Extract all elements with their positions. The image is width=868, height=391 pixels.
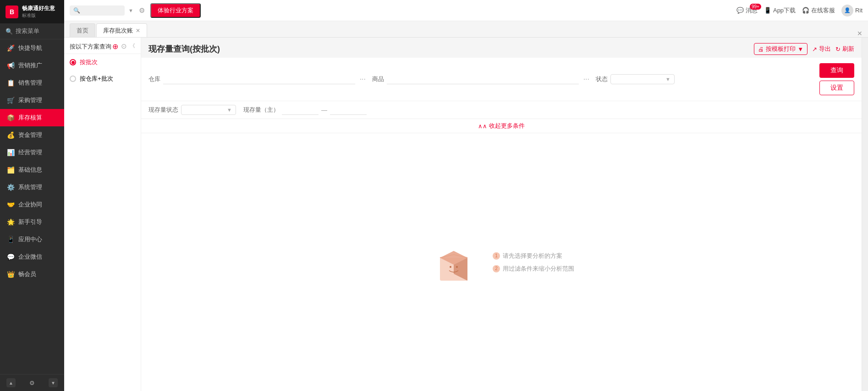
filter-scheme-warehouse-batch-label: 按仓库+批次 bbox=[80, 75, 113, 83]
apps-icon: 📱 bbox=[6, 235, 15, 244]
topbar: 🔍 ▼ ⚙ 体验行业方案 💬 消息 99+ 📱 App下载 🎧 在线客服 👤 bbox=[64, 0, 868, 21]
right-scrollbar[interactable] bbox=[862, 38, 868, 391]
empty-tip-2: 2 用过滤条件来缩小分析范围 bbox=[493, 265, 574, 273]
export-button[interactable]: ↗ 导出 bbox=[812, 45, 831, 53]
inventory-status-label: 现存量状态 bbox=[148, 106, 178, 114]
online-support-button[interactable]: 🎧 在线客服 bbox=[802, 6, 835, 15]
sales-icon: 📋 bbox=[6, 79, 15, 87]
sidebar-item-sales[interactable]: 📋 销售管理 bbox=[0, 74, 64, 92]
warehouse-input[interactable] bbox=[163, 74, 355, 84]
company-name: 畅康通好生意 bbox=[22, 5, 55, 12]
operations-icon: 📊 bbox=[6, 148, 15, 157]
qty-main-to[interactable] bbox=[330, 105, 367, 115]
search-menu-label: 搜索菜单 bbox=[16, 27, 39, 35]
sidebar-item-finance[interactable]: 💰 资金管理 bbox=[0, 126, 64, 144]
warehouse-dots[interactable]: ··· bbox=[358, 75, 368, 83]
action-buttons: 查询 设置 bbox=[819, 63, 854, 95]
print-label: 按模板打印 bbox=[766, 45, 796, 53]
scroll-down-button[interactable]: ▼ bbox=[49, 378, 58, 387]
sidebar-item-basic[interactable]: 🗂️ 基础信息 bbox=[0, 161, 64, 179]
messages-badge: 99+ bbox=[750, 4, 761, 10]
refresh-button[interactable]: ↻ 刷新 bbox=[835, 45, 854, 53]
content-area: 按以下方案查询 ⊕ ⊙ 《 按批次 按仓库+批次 现存量查询(按批次) bbox=[64, 38, 868, 391]
shortcuts-icon: 🚀 bbox=[6, 44, 15, 52]
system-icon: ⚙️ bbox=[6, 183, 15, 191]
scroll-up-button[interactable]: ▲ bbox=[6, 378, 16, 387]
topbar-right: 💬 消息 99+ 📱 App下载 🎧 在线客服 👤 Rit bbox=[736, 5, 863, 16]
sidebar-item-inventory[interactable]: 📦 库存核算 bbox=[0, 109, 64, 126]
settings-gear-icon[interactable]: ⚙ bbox=[29, 380, 35, 386]
qty-main-field: 现存量（主） — bbox=[243, 105, 367, 115]
trial-button[interactable]: 体验行业方案 bbox=[150, 3, 201, 18]
refresh-icon: ↻ bbox=[835, 46, 841, 53]
headset-icon: 🎧 bbox=[802, 7, 809, 14]
sidebar-item-label-enterprise: 企业协同 bbox=[18, 201, 42, 209]
empty-state: 1 请先选择要分析的方案 2 用过滤条件来缩小分析范围 bbox=[141, 133, 862, 391]
sidebar-item-marketing[interactable]: 📢 营销推广 bbox=[0, 57, 64, 74]
goods-dots[interactable]: ··· bbox=[582, 75, 591, 83]
empty-svg-icon bbox=[429, 237, 479, 288]
query-area: 现存量查询(按批次) 🖨 按模板打印 ▼ ↗ 导出 ↻ 刷新 bbox=[141, 38, 862, 391]
filter-scheme-warehouse-batch[interactable]: 按仓库+批次 bbox=[64, 71, 141, 87]
empty-tip-1-label: 请先选择要分析的方案 bbox=[503, 252, 562, 260]
status-select[interactable]: ▼ bbox=[610, 74, 675, 84]
filter-scheme-batch[interactable]: 按批次 bbox=[64, 54, 141, 71]
tip-num-2: 2 bbox=[493, 265, 500, 272]
sidebar-item-newbie[interactable]: 🌟 新手引导 bbox=[0, 213, 64, 231]
filter-collapse-icon[interactable]: 《 bbox=[130, 42, 135, 51]
filter-radio-batch bbox=[70, 59, 76, 65]
print-chevron-icon[interactable]: ▼ bbox=[797, 46, 803, 53]
goods-field: 商品 ··· bbox=[372, 74, 591, 84]
filter-panel-header: 按以下方案查询 ⊕ ⊙ 《 bbox=[64, 38, 141, 54]
page-actions: 🖨 按模板打印 ▼ ↗ 导出 ↻ 刷新 bbox=[754, 43, 854, 55]
collapse-row[interactable]: ∧∧ 收起更多条件 bbox=[141, 119, 862, 133]
svg-point-5 bbox=[450, 266, 451, 268]
settings-button[interactable]: 设置 bbox=[819, 81, 854, 95]
print-button[interactable]: 🖨 按模板打印 ▼ bbox=[754, 43, 808, 55]
tab-inventory-batch-label: 库存批次账 bbox=[103, 27, 133, 35]
app-download-button[interactable]: 📱 App下载 bbox=[764, 6, 796, 15]
sidebar-item-operations[interactable]: 📊 经营管理 bbox=[0, 144, 64, 161]
sidebar-item-apps[interactable]: 📱 应用中心 bbox=[0, 231, 64, 248]
tab-home[interactable]: 首页 bbox=[70, 23, 95, 37]
collapse-label: 收起更多条件 bbox=[489, 122, 525, 130]
newbie-icon: 🌟 bbox=[6, 218, 15, 226]
purchase-icon: 🛒 bbox=[6, 96, 15, 104]
goods-input[interactable] bbox=[387, 74, 579, 84]
sidebar-nav: 🚀 快捷导航 📢 营销推广 📋 销售管理 🛒 采购管理 📦 库存核算 💰 资金管… bbox=[0, 39, 64, 374]
sidebar-item-shortcuts[interactable]: 🚀 快捷导航 bbox=[0, 39, 64, 57]
sidebar-item-wechat[interactable]: 💬 企业微信 bbox=[0, 248, 64, 266]
filter-add-button[interactable]: ⊕ bbox=[112, 42, 118, 51]
query-button[interactable]: 查询 bbox=[819, 63, 854, 78]
sidebar-footer: ▲ ⚙ ▼ bbox=[0, 374, 64, 391]
topbar-gear-icon[interactable]: ⚙ bbox=[137, 5, 147, 16]
empty-tip-2-label: 用过滤条件来缩小分析范围 bbox=[503, 265, 574, 273]
goods-label: 商品 bbox=[372, 75, 384, 83]
tab-close-icon[interactable]: ✕ bbox=[136, 27, 140, 34]
panel-close-button[interactable]: ✕ bbox=[857, 30, 863, 37]
inventory-status-select[interactable]: ▼ bbox=[181, 105, 236, 115]
user-avatar[interactable]: 👤 Rit bbox=[841, 5, 863, 16]
sidebar-item-vip[interactable]: 👑 畅会员 bbox=[0, 266, 64, 283]
filter-gear-icon[interactable]: ⊙ bbox=[121, 42, 127, 51]
topbar-chevron-icon[interactable]: ▼ bbox=[128, 8, 133, 13]
empty-tips: 1 请先选择要分析的方案 2 用过滤条件来缩小分析范围 bbox=[493, 252, 574, 273]
sidebar-item-enterprise[interactable]: 🤝 企业协同 bbox=[0, 196, 64, 213]
search-menu-item[interactable]: 🔍 搜索菜单 bbox=[0, 23, 64, 39]
user-name: Rit bbox=[855, 7, 863, 14]
sidebar-item-label-system: 系统管理 bbox=[18, 183, 42, 191]
sidebar-item-purchase[interactable]: 🛒 采购管理 bbox=[0, 92, 64, 109]
status-chevron-icon: ▼ bbox=[665, 76, 670, 82]
sidebar: B 畅康通好生意 标准版 🔍 搜索菜单 🚀 快捷导航 📢 营销推广 📋 销售管理… bbox=[0, 0, 64, 391]
sidebar-item-label-vip: 畅会员 bbox=[18, 270, 36, 278]
online-support-label: 在线客服 bbox=[811, 6, 835, 15]
sidebar-item-label-operations: 经营管理 bbox=[18, 148, 42, 157]
messages-button[interactable]: 💬 消息 99+ bbox=[736, 6, 758, 15]
inventory-icon: 📦 bbox=[6, 114, 15, 122]
basic-icon: 🗂️ bbox=[6, 166, 15, 174]
qty-main-from[interactable] bbox=[282, 105, 319, 115]
tab-inventory-batch[interactable]: 库存批次账 ✕ bbox=[96, 23, 147, 37]
sidebar-item-label-marketing: 营销推广 bbox=[18, 61, 42, 70]
sidebar-item-system[interactable]: ⚙️ 系统管理 bbox=[0, 179, 64, 196]
topbar-search-box[interactable]: 🔍 bbox=[70, 5, 125, 16]
